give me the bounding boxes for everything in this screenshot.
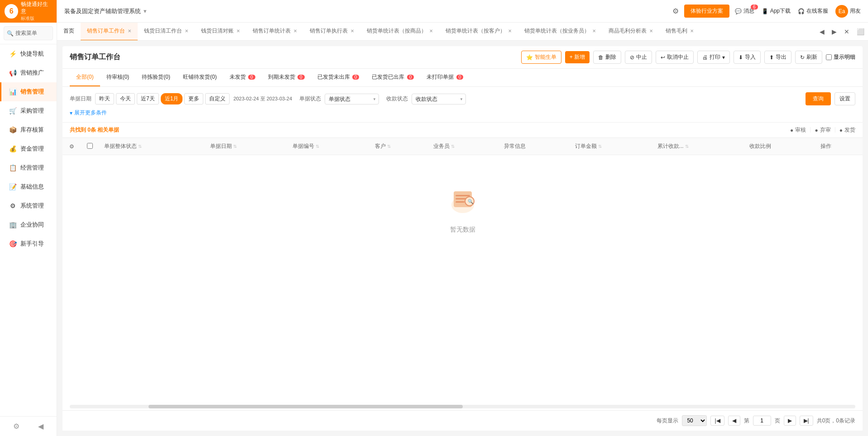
filter-tab-shipped-warehoused[interactable]: 已发货已出库 0 bbox=[365, 69, 420, 86]
tab-sales-summary-customer-close[interactable]: ✕ bbox=[508, 28, 512, 33]
online-service-button[interactable]: 🎧 在线客服 bbox=[798, 7, 828, 15]
user-profile-button[interactable]: Ea 用友 bbox=[835, 5, 861, 18]
filter-tab-wangpu-pending[interactable]: 旺铺待发货(0) bbox=[177, 69, 223, 86]
horizontal-scrollbar[interactable] bbox=[70, 405, 855, 408]
search-menu-button[interactable]: 🔍 搜索菜单 bbox=[4, 26, 53, 40]
page-number-input[interactable] bbox=[753, 416, 771, 426]
filter-tab-pending-review[interactable]: 待审核(0) bbox=[100, 69, 136, 86]
tab-sales-summary-product[interactable]: 销货单统计表（按商品） ✕ bbox=[360, 23, 439, 41]
tab-cash-reconcile[interactable]: 钱货日清对账 ✕ bbox=[195, 23, 246, 41]
pagination-last[interactable]: ▶| bbox=[800, 416, 813, 426]
sidebar-item-inventory[interactable]: 📦 库存核算 bbox=[0, 120, 57, 139]
tab-sales-summary-product-close[interactable]: ✕ bbox=[429, 28, 433, 33]
sidebar-item-finance[interactable]: 💰 资金管理 bbox=[0, 139, 57, 158]
received-sort-icon[interactable]: ⇅ bbox=[685, 144, 689, 149]
sidebar-item-purchase[interactable]: 🛒 采购管理 bbox=[0, 101, 57, 120]
tab-scroll-left[interactable]: ◀ bbox=[816, 26, 828, 37]
tab-cash-daily[interactable]: 钱货日清工作台 ✕ bbox=[138, 23, 195, 41]
page-size-select[interactable]: 50 10 20 100 bbox=[682, 415, 707, 426]
sidebar-item-basic-info[interactable]: 📝 基础信息 bbox=[0, 177, 57, 196]
filter-settings-button[interactable]: 设置 bbox=[834, 92, 855, 105]
status-select[interactable]: 单据状态 bbox=[325, 94, 379, 104]
pagination-prev[interactable]: ◀ bbox=[728, 416, 740, 426]
table-scroll-area[interactable]: ⚙ 单据整体状态 ⇅ 单据日期 ⇅ bbox=[62, 138, 863, 403]
sidebar-item-quick-nav[interactable]: ⚡ 快捷导航 bbox=[0, 44, 57, 63]
cancel-stop-button[interactable]: ↩ 取消中止 bbox=[656, 51, 694, 64]
payment-select[interactable]: 收款状态 bbox=[412, 94, 466, 104]
industry-solution-button[interactable]: 体验行业方案 bbox=[684, 5, 729, 18]
sidebar-item-system[interactable]: ⚙ 系统管理 bbox=[0, 196, 57, 215]
filter-tab-pending-inspect[interactable]: 待拣验货(0) bbox=[135, 69, 177, 86]
import-button[interactable]: ⬇ 导入 bbox=[734, 51, 761, 64]
audit-action-button[interactable]: ● 审核 bbox=[790, 126, 806, 134]
add-button[interactable]: + 新增 bbox=[565, 51, 590, 63]
date-btn-custom[interactable]: 自定义 bbox=[205, 93, 230, 104]
tab-sales-summary-staff-close[interactable]: ✕ bbox=[592, 28, 596, 33]
pagination-first[interactable]: |◀ bbox=[710, 416, 724, 426]
sidebar-settings-button[interactable]: ⚙ bbox=[11, 420, 21, 432]
print-button[interactable]: 🖨 打印 ▾ bbox=[697, 51, 730, 64]
tab-home[interactable]: 首页 bbox=[57, 23, 81, 41]
filter-tab-shipped-not-warehoused[interactable]: 已发货未出库 0 bbox=[311, 69, 366, 86]
customer-sort-icon[interactable]: ⇅ bbox=[387, 144, 391, 149]
status-sort-icon[interactable]: ⇅ bbox=[138, 144, 142, 149]
filter-tab-all[interactable]: 全部(0) bbox=[70, 69, 100, 86]
tab-sales-summary-staff[interactable]: 销货单统计表（按业务员） ✕ bbox=[518, 23, 602, 41]
tab-sales-profit-close[interactable]: ✕ bbox=[690, 28, 694, 33]
filter-tab-not-printed[interactable]: 未打印单据 0 bbox=[420, 69, 470, 86]
app-download-button[interactable]: 📱 App下载 bbox=[762, 7, 791, 15]
tab-close-current[interactable]: ✕ bbox=[840, 26, 853, 37]
topbar-right: 💬 消息 6 📱 App下载 🎧 在线客服 Ea 用友 bbox=[735, 5, 861, 18]
number-sort-icon[interactable]: ⇅ bbox=[316, 144, 319, 149]
select-all-checkbox[interactable] bbox=[87, 143, 93, 149]
system-title-dropdown[interactable]: ▾ bbox=[144, 8, 147, 14]
show-detail-checkbox[interactable] bbox=[826, 54, 832, 60]
sidebar-item-operations[interactable]: 📋 经营管理 bbox=[0, 158, 57, 177]
date-btn-1month[interactable]: 近1月 bbox=[161, 93, 183, 104]
revoke-action-button[interactable]: ● 弃审 bbox=[815, 126, 830, 134]
sidebar-item-marketing[interactable]: 📢 营销推广 bbox=[0, 63, 57, 82]
ship-action-button[interactable]: ● 发货 bbox=[839, 126, 855, 134]
export-button[interactable]: ⬆ 导出 bbox=[764, 51, 791, 64]
col-checkbox[interactable] bbox=[81, 138, 99, 155]
delete-button[interactable]: 🗑 删除 bbox=[593, 51, 621, 64]
tab-product-margin[interactable]: 商品毛利分析表 ✕ bbox=[602, 23, 659, 41]
scrollbar-thumb[interactable] bbox=[149, 405, 463, 408]
sidebar-item-guide[interactable]: 🎯 新手引导 bbox=[0, 234, 57, 253]
date-sort-icon[interactable]: ⇅ bbox=[233, 144, 237, 149]
show-detail-label[interactable]: 显示明细 bbox=[826, 53, 855, 61]
sidebar-item-enterprise[interactable]: 🏢 企业协同 bbox=[0, 215, 57, 234]
tab-sales-order-close[interactable]: ✕ bbox=[128, 28, 131, 33]
tab-sales-stat[interactable]: 销售订单统计表 ✕ bbox=[246, 23, 303, 41]
tab-sales-profit[interactable]: 销售毛利 ✕ bbox=[659, 23, 700, 41]
stop-button[interactable]: ⊘ 中止 bbox=[625, 51, 652, 64]
tab-scroll-right[interactable]: ▶ bbox=[828, 26, 840, 37]
sidebar-item-sales[interactable]: 📊 销售管理 bbox=[0, 82, 57, 101]
ai-generate-button[interactable]: ⭐ 智能生单 bbox=[521, 51, 561, 64]
tab-sales-exec[interactable]: 销售订单执行表 ✕ bbox=[303, 23, 360, 41]
tab-sales-stat-close[interactable]: ✕ bbox=[293, 28, 297, 33]
date-btn-today[interactable]: 今天 bbox=[116, 93, 135, 104]
staff-sort-icon[interactable]: ⇅ bbox=[451, 144, 455, 149]
col-settings[interactable]: ⚙ bbox=[62, 138, 81, 155]
refresh-button[interactable]: ↻ 刷新 bbox=[795, 51, 822, 64]
expand-conditions-button[interactable]: ▾ 展开更多条件 bbox=[70, 109, 855, 117]
query-button[interactable]: 查询 bbox=[806, 92, 831, 105]
topbar-settings-icon[interactable]: ⚙ bbox=[672, 7, 679, 15]
date-btn-7days[interactable]: 近7天 bbox=[137, 93, 159, 104]
tab-maximize[interactable]: ⬜ bbox=[853, 26, 868, 37]
tab-product-margin-close[interactable]: ✕ bbox=[649, 28, 653, 33]
message-button[interactable]: 💬 消息 6 bbox=[735, 7, 754, 15]
date-btn-yesterday[interactable]: 昨天 bbox=[95, 93, 114, 104]
tab-cash-reconcile-close[interactable]: ✕ bbox=[236, 28, 240, 33]
pagination-next[interactable]: ▶ bbox=[784, 416, 796, 426]
date-btn-more[interactable]: 更多 bbox=[184, 93, 203, 104]
tab-cash-daily-close[interactable]: ✕ bbox=[185, 28, 188, 33]
tab-sales-summary-customer[interactable]: 销货单统计表（按客户） ✕ bbox=[439, 23, 518, 41]
tab-sales-order[interactable]: 销售订单工作台 ✕ bbox=[81, 23, 138, 41]
sidebar-collapse-button[interactable]: ◀ bbox=[36, 420, 45, 432]
tab-sales-exec-close[interactable]: ✕ bbox=[350, 28, 354, 33]
filter-tab-overdue-not-shipped[interactable]: 到期未发货 0 bbox=[262, 69, 311, 86]
amount-sort-icon[interactable]: ⇅ bbox=[598, 144, 602, 149]
filter-tab-not-shipped[interactable]: 未发货 0 bbox=[223, 69, 262, 86]
